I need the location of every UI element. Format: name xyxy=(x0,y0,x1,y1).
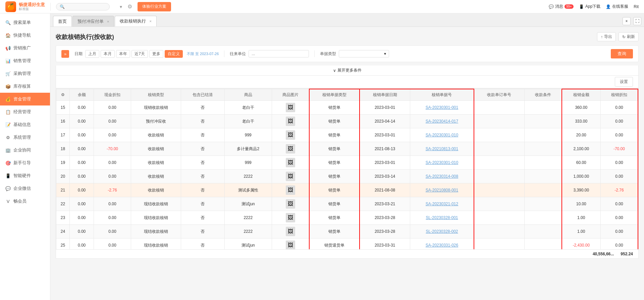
writeoff-no-link[interactable]: SL-20230328-002 xyxy=(426,229,458,234)
voucher-type-section: 单据类型 ▾ xyxy=(320,50,389,57)
date-btn-last-month[interactable]: 上月 xyxy=(85,50,99,58)
tab-receipt-writeoff[interactable]: 收款核销执行 × xyxy=(115,16,156,27)
table-row: 25 0.00 0.00 现结收款核销 否 测试jun 🖼 销货退货单 2023… xyxy=(56,239,638,250)
table-row: 16 0.00 0.00 预付冲应收 否 老白干 🖼 销货单 2023-04-1… xyxy=(56,115,638,128)
sidebar-item-purchase[interactable]: 🛒 采购管理 xyxy=(0,67,50,80)
expand-more-bar[interactable]: ∨ 展开更多条件 xyxy=(56,66,639,76)
cell-balance: 0.00 xyxy=(70,239,94,250)
cell-writeoff-no[interactable]: SA-20210813-001 xyxy=(410,142,474,156)
tab-home[interactable]: 首页 xyxy=(53,16,72,27)
app-download-btn[interactable]: 📱 App下载 xyxy=(579,4,600,9)
tab-bar: 首页 预付冲应付单 × 收款核销执行 × × ⛶ xyxy=(50,13,644,27)
cell-writeoff-type: 收款核销 xyxy=(131,156,181,170)
settings-btn[interactable]: 设置 xyxy=(615,77,633,87)
user-name[interactable]: Rit xyxy=(634,4,639,9)
tab-receipt-close[interactable]: × xyxy=(149,19,151,23)
cell-writeoff-no[interactable]: SL-20230328-002 xyxy=(410,225,474,239)
cell-writeoff-no[interactable]: SA-20210808-001 xyxy=(410,183,474,197)
cell-writeoff-no[interactable]: SA-20230314-008 xyxy=(410,170,474,183)
page-actions: ↑ 导出 ↻ 刷新 xyxy=(597,32,639,41)
counterparty-input[interactable] xyxy=(249,50,309,57)
date-btn-more[interactable]: 更多 xyxy=(149,50,163,58)
writeoff-no-link[interactable]: SA-20210813-001 xyxy=(426,146,458,151)
voucher-type-select[interactable]: ▾ xyxy=(339,50,389,57)
tab-close-btn[interactable]: × xyxy=(623,17,631,25)
export-btn[interactable]: ↑ 导出 xyxy=(597,32,616,41)
cell-product-img: 🖼 xyxy=(272,225,309,239)
date-btn-this-month[interactable]: 本月 xyxy=(101,50,115,58)
page-content: 收款核销执行(按收款) ↑ 导出 ↻ 刷新 » 日期 xyxy=(50,27,644,300)
member-icon: V xyxy=(5,199,11,204)
cell-writeoff-no[interactable]: SL-20230328-001 xyxy=(410,211,474,225)
export-icon: ↑ xyxy=(601,35,603,39)
cell-id: 25 xyxy=(56,239,70,250)
sidebar-item-smart-hw[interactable]: 📱 智能硬件 xyxy=(0,169,50,182)
message-btn[interactable]: 💬 消息 99+ xyxy=(549,4,574,9)
refresh-btn[interactable]: ↻ 刷新 xyxy=(619,32,639,41)
query-btn[interactable]: 查询 xyxy=(611,49,633,58)
writeoff-no-link[interactable]: SA-20230331-026 xyxy=(426,243,458,248)
cell-product: 999 xyxy=(224,156,272,170)
col-gear[interactable]: ⚙ xyxy=(56,89,70,101)
box-icon: 📦 xyxy=(5,84,11,89)
tab-prepay-close[interactable]: × xyxy=(107,19,109,24)
cell-product-img: 🖼 xyxy=(272,239,309,250)
sidebar-item-finance[interactable]: 💰 资金管理 xyxy=(0,93,50,105)
writeoff-no-link[interactable]: SA-20210808-001 xyxy=(426,188,458,192)
filter-expand-arrow[interactable]: » xyxy=(61,50,69,58)
cell-writeoff-no[interactable]: SA-20230331-026 xyxy=(410,239,474,250)
sidebar-item-guide[interactable]: 🎯 新手引导 xyxy=(0,157,50,169)
sidebar-item-inventory[interactable]: 📦 库存核算 xyxy=(0,80,50,93)
sidebar-item-wechat[interactable]: 💬 企业微信 xyxy=(0,182,50,195)
home-icon: 🏠 xyxy=(5,33,11,38)
writeoff-no-link[interactable]: SA-20230414-017 xyxy=(426,119,458,124)
writeoff-no-link[interactable]: SA-20230301-010 xyxy=(426,133,458,137)
sidebar-item-enterprise[interactable]: 🏢 企业协同 xyxy=(0,144,50,157)
sidebar-item-quick-nav[interactable]: 🏠 快捷导航 xyxy=(0,29,50,42)
cell-writeoff-no[interactable]: SA-20230321-012 xyxy=(410,197,474,211)
gear-icon[interactable]: ⚙ xyxy=(127,3,132,10)
chevron-down-icon: ▾ xyxy=(384,51,386,56)
date-btn-7days[interactable]: 近7天 xyxy=(131,50,148,58)
sidebar-item-basic-info[interactable]: 📝 基础信息 xyxy=(0,118,50,131)
cell-writeoff-no[interactable]: SA-20230301-010 xyxy=(410,128,474,142)
settings-row: 设置 xyxy=(56,76,639,88)
product-image: 🖼 xyxy=(286,158,295,167)
cell-include-settled: 否 xyxy=(181,101,225,115)
dropdown-icon[interactable]: ▾ xyxy=(120,4,122,9)
sidebar-item-operations[interactable]: 📋 经营管理 xyxy=(0,105,50,118)
cell-writeoff-discount: 0.00 xyxy=(600,101,638,115)
sidebar-item-marketing[interactable]: 📢 营销推广 xyxy=(0,42,50,54)
cell-product-img: 🖼 xyxy=(272,115,309,128)
date-btn-custom[interactable]: 自定义 xyxy=(165,50,183,58)
writeoff-no-link[interactable]: SA-20230301-001 xyxy=(426,105,458,110)
writeoff-no-link[interactable]: SL-20230328-001 xyxy=(426,215,458,220)
cell-writeoff-type: 预付冲应收 xyxy=(131,115,181,128)
writeoff-no-link[interactable]: SA-20230321-012 xyxy=(426,202,458,206)
cell-writeoff-amount: 333.00 xyxy=(562,115,601,128)
cell-writeoff-discount: 0.00 xyxy=(600,239,638,250)
tab-prepay[interactable]: 预付冲应付单 × xyxy=(72,16,114,27)
sidebar-item-search[interactable]: 🔍 搜索菜单 xyxy=(0,16,50,29)
cell-writeoff-no[interactable]: SA-20230301-010 xyxy=(410,156,474,170)
product-image: 🖼 xyxy=(286,227,295,236)
cell-writeoff-no[interactable]: SA-20230414-017 xyxy=(410,115,474,128)
cell-writeoff-no[interactable]: SA-20230301-001 xyxy=(410,101,474,115)
sidebar-item-sales[interactable]: 📊 销售管理 xyxy=(0,54,50,67)
date-btn-this-year[interactable]: 本年 xyxy=(116,50,130,58)
writeoff-no-link[interactable]: SA-20230301-010 xyxy=(426,160,458,165)
table-footer: 40,556,66... 952.24 xyxy=(56,250,639,259)
cell-writeoff-voucher-type: 销货单 xyxy=(309,211,360,225)
search-bar[interactable]: 🔍 xyxy=(56,3,110,10)
cell-cash-discount: 0.00 xyxy=(94,239,131,250)
writeoff-no-link[interactable]: SA-20230314-008 xyxy=(426,174,458,179)
tab-expand-btn[interactable]: ⛶ xyxy=(633,17,641,25)
cell-product-img: 🖼 xyxy=(272,101,309,115)
product-image: 🖼 xyxy=(286,130,295,140)
sidebar-item-system[interactable]: ⚙ 系统管理 xyxy=(0,131,50,144)
sidebar-item-member[interactable]: V 畅会员 xyxy=(0,195,50,208)
online-service-btn[interactable]: 👤 在线客服 xyxy=(606,4,628,9)
industry-btn[interactable]: 体验行业方案 xyxy=(138,2,171,11)
table-container[interactable]: ⚙ 余额 现金折扣 核销类型 包含已结清 商品 商品图片 核销单据类型 核销单据… xyxy=(56,88,639,250)
cell-include-settled: 否 xyxy=(181,197,225,211)
